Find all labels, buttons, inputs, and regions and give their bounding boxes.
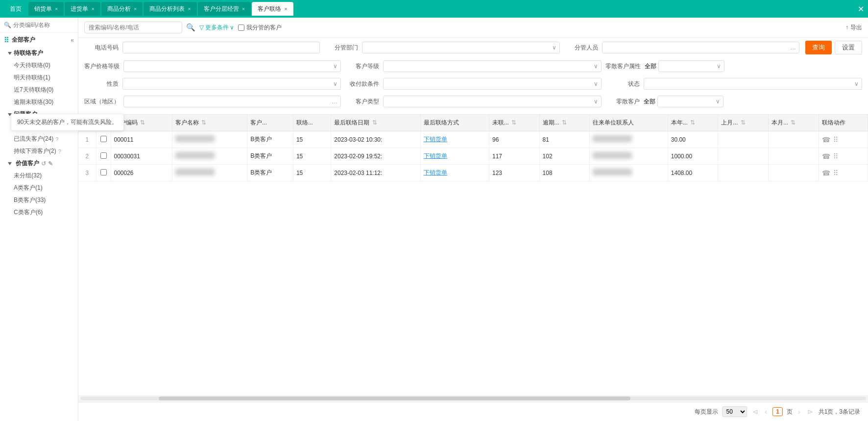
sidebar-lost-customers-title[interactable]: 问题客户 xyxy=(4,108,78,121)
filter-select-dept[interactable]: ∨ xyxy=(362,42,559,53)
select-all-checkbox[interactable] xyxy=(100,119,107,125)
chevron-manager-icon: … xyxy=(790,44,796,51)
filter-select-payment[interactable]: ∨ xyxy=(383,78,602,90)
th-customer-type[interactable]: 客户... xyxy=(247,115,293,131)
filter-field-dept: 分管部门 ∨ xyxy=(324,42,559,53)
more-icon-3[interactable]: ⠿ xyxy=(833,169,838,177)
edit-icon[interactable]: ✎ xyxy=(48,160,53,167)
more-icon-2[interactable]: ⠿ xyxy=(833,152,838,160)
row-checkbox-3[interactable] xyxy=(100,169,107,175)
tab-sales[interactable]: 销货单 × xyxy=(28,2,64,16)
row-check-1[interactable] xyxy=(96,131,111,148)
filter-select-manager[interactable]: … xyxy=(602,42,799,53)
my-customers-checkbox[interactable] xyxy=(238,25,244,31)
sort-icon-lmonth: ⇅ xyxy=(741,119,746,126)
sidebar-search-input[interactable] xyxy=(13,22,78,28)
filter-select-region[interactable]: … xyxy=(123,96,341,107)
tab-customer-link[interactable]: 客户联络 × xyxy=(252,2,293,16)
tab-purchase-close[interactable]: × xyxy=(91,6,94,12)
tab-analysis[interactable]: 商品分析 × xyxy=(101,2,143,16)
tab-analysis-list[interactable]: 商品分析列表 × xyxy=(144,2,196,16)
th-unit-contacts[interactable]: 往来单位联系人 xyxy=(590,115,668,131)
sidebar-item-class-c[interactable]: C类客户(6) xyxy=(4,206,78,219)
first-page-button[interactable]: ⊲ xyxy=(751,408,760,416)
contact-icon-2[interactable]: ☎ xyxy=(822,152,830,160)
tab-customer-tier[interactable]: 客户分层经营 × xyxy=(198,2,251,16)
filter-row-1: 电话号码 分管部门 ∨ 分管人员 … xyxy=(84,38,862,57)
sidebar-item-loss-warning[interactable]: 流失预警客户(3) ⚠ xyxy=(4,121,78,133)
filter-select-price[interactable]: ∨ xyxy=(123,60,341,72)
row-method-3[interactable]: 下销货单 xyxy=(421,165,489,181)
sidebar-all-customers[interactable]: ⠿ 全部客户 « xyxy=(0,33,78,47)
horizontal-scrollbar[interactable] xyxy=(78,395,868,402)
sort-icon-overdue: ⇅ xyxy=(562,119,567,126)
filter-field-gender: 性质 ∨ xyxy=(84,78,341,90)
export-button[interactable]: ↑ 导出 xyxy=(845,24,862,32)
row-method-1[interactable]: 下销货单 xyxy=(421,131,489,148)
filter-select-retail-customer[interactable]: ∨ xyxy=(657,96,723,107)
row-check-3[interactable] xyxy=(96,165,111,181)
filter-select-status[interactable]: ∨ xyxy=(644,78,862,90)
th-checkbox[interactable] xyxy=(96,115,111,131)
prev-page-button[interactable]: ‹ xyxy=(764,408,769,416)
refresh-icon[interactable]: ↺ xyxy=(41,160,46,167)
filter-search-button[interactable]: 🔍 xyxy=(186,23,195,32)
th-last-contact-method[interactable]: 最后联络方式 xyxy=(421,115,489,131)
row-checkbox-1[interactable] xyxy=(100,136,107,142)
tab-analysis-list-close[interactable]: × xyxy=(188,6,191,12)
filter-field-retail-customer: 零散客户 全部 ∨ xyxy=(605,96,862,107)
sidebar-item-already-lost[interactable]: 已流失客户(24) ? xyxy=(4,133,78,145)
settings-button[interactable]: 设置 xyxy=(835,41,862,54)
th-last-month[interactable]: 上月... ⇅ xyxy=(718,115,769,131)
th-last-contact-date[interactable]: 最后联络日期 ⇅ xyxy=(331,115,421,131)
tab-customer-tier-close[interactable]: × xyxy=(242,6,245,12)
filter-select-cust-level[interactable]: ∨ xyxy=(383,60,602,72)
row-method-2[interactable]: 下销货单 xyxy=(421,148,489,165)
filter-select-retail-attr[interactable]: ∨ xyxy=(658,60,724,72)
contact-icon-1[interactable]: ☎ xyxy=(822,136,830,144)
window-close-button[interactable]: ✕ xyxy=(858,4,864,14)
sidebar-item-declining[interactable]: 持续下滑客户(2) ? xyxy=(4,145,78,157)
sidebar-pending-contact-title[interactable]: 待联络客户 xyxy=(4,47,78,59)
contact-icon-3[interactable]: ☎ xyxy=(822,169,830,177)
filter-select-cust-type[interactable]: ∨ xyxy=(383,96,602,107)
sidebar-value-customers-title[interactable]: 价值客户 ↺ ✎ xyxy=(4,157,78,170)
last-page-button[interactable]: ⊳ xyxy=(806,408,815,416)
tab-customer-link-close[interactable]: × xyxy=(284,6,287,12)
query-button[interactable]: 查询 xyxy=(805,41,832,54)
my-customers-checkbox-label[interactable]: 我分管的客户 xyxy=(238,24,282,32)
th-settings[interactable]: ⚙ xyxy=(78,115,96,131)
tab-purchase[interactable]: 进货单 × xyxy=(65,2,100,16)
sidebar-item-ungrouped[interactable]: 未分组(32) xyxy=(4,170,78,182)
th-contact-count[interactable]: 联络... xyxy=(293,115,331,131)
sidebar-item-overdue[interactable]: 逾期未联络(30) xyxy=(4,96,78,108)
filter-label-phone: 电话号码 xyxy=(84,44,119,52)
sidebar-item-today[interactable]: 今天待联络(0) xyxy=(4,59,78,72)
sort-icon-tmonth: ⇅ xyxy=(791,119,796,126)
sidebar-item-week[interactable]: 近7天待联络(0) xyxy=(4,84,78,96)
row-check-2[interactable] xyxy=(96,148,111,165)
th-overdue[interactable]: 逾期... ⇅ xyxy=(539,115,590,131)
tab-sales-close[interactable]: × xyxy=(55,6,58,12)
filter-input-phone[interactable] xyxy=(122,42,320,53)
th-this-year[interactable]: 本年... ⇅ xyxy=(668,115,718,131)
next-page-button[interactable]: › xyxy=(796,408,802,416)
row-type-3: B类客户 xyxy=(247,165,293,181)
tab-analysis-close[interactable]: × xyxy=(134,6,137,12)
th-this-month[interactable]: 本月... ⇅ xyxy=(768,115,819,131)
scroll-thumb[interactable] xyxy=(159,396,630,400)
more-icon-1[interactable]: ⠿ xyxy=(833,136,838,144)
sidebar-item-class-a[interactable]: A类客户(1) xyxy=(4,182,78,194)
sidebar-item-class-b[interactable]: B类客户(33) xyxy=(4,194,78,206)
th-uncontacted[interactable]: 未联... ⇅ xyxy=(489,115,539,131)
per-page-select[interactable]: 50 100 xyxy=(722,406,747,417)
th-customer-code[interactable]: 客户编码 ⇅ xyxy=(111,115,172,131)
filter-select-gender[interactable]: ∨ xyxy=(122,78,341,90)
sidebar-item-tomorrow[interactable]: 明天待联络(1) xyxy=(4,72,78,84)
more-conditions-button[interactable]: ▽ 更多条件 ∨ xyxy=(199,24,234,32)
row-checkbox-2[interactable] xyxy=(100,152,107,159)
row-overdue-2: 102 xyxy=(539,148,590,165)
th-customer-name[interactable]: 客户名称 ⇅ xyxy=(172,115,247,131)
filter-search-input[interactable] xyxy=(84,22,182,33)
tab-home[interactable]: 首页 xyxy=(4,2,27,16)
